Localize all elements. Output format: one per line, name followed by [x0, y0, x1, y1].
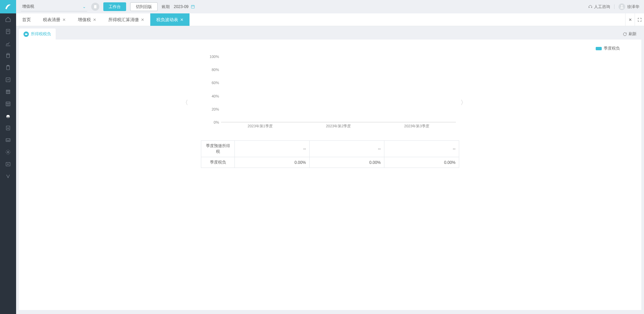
- topbar: 增值税 ⌄ 工作台 切到旧版 账期 2023-09 人工咨询 徐泽华: [16, 0, 644, 13]
- fullscreen-toggle[interactable]: [635, 13, 644, 26]
- nav-doc[interactable]: [0, 25, 16, 38]
- x-category: 2023年第1季度: [221, 124, 299, 130]
- x-category: 2023年第3季度: [378, 124, 456, 130]
- period-value: 2023-09: [174, 4, 189, 9]
- nav-calc[interactable]: [0, 98, 16, 110]
- username: 徐泽华: [627, 4, 639, 10]
- cell: 0.00%: [310, 157, 384, 168]
- chart-next[interactable]: 〉: [461, 99, 467, 107]
- nav-building[interactable]: [0, 86, 16, 98]
- calendar-icon: [191, 4, 195, 9]
- tab-strip: 首页税表清册✕增值税✕所得税汇算清缴✕税负波动表✕ ✕: [16, 13, 644, 26]
- sub-tab-bar: 所得税税负 刷新: [16, 26, 644, 40]
- nav-clipboard[interactable]: [0, 62, 16, 74]
- close-all-tabs[interactable]: ✕: [625, 13, 635, 26]
- tab-所得税汇算清缴[interactable]: 所得税汇算清缴✕: [102, 13, 150, 26]
- nav-chart[interactable]: [0, 38, 16, 50]
- nav-settings[interactable]: [0, 146, 16, 158]
- doc-round-button[interactable]: [91, 3, 99, 11]
- subtab-icon: [23, 32, 29, 37]
- cell: 0.00%: [235, 157, 310, 168]
- row-header: 季度预缴所得税: [201, 141, 235, 157]
- content-area: 所得税税负 刷新 季度税负 0%: [16, 26, 644, 314]
- chevron-down-icon: ⌄: [83, 4, 86, 9]
- table-row: 季度税负0.00%0.00%0.00%: [201, 157, 459, 168]
- tab-close-icon[interactable]: ✕: [180, 17, 183, 22]
- tab-税负波动表[interactable]: 税负波动表✕: [150, 13, 190, 26]
- cell: --: [310, 141, 384, 157]
- nav-v[interactable]: [0, 170, 16, 182]
- nav-inbox[interactable]: [0, 134, 16, 146]
- y-tick: 40%: [201, 94, 219, 98]
- nav-export[interactable]: [0, 122, 16, 134]
- svg-rect-11: [94, 5, 97, 8]
- period-label: 账期: [162, 4, 170, 10]
- y-tick: 60%: [201, 81, 219, 85]
- cell: --: [235, 141, 310, 157]
- tab-首页[interactable]: 首页: [16, 13, 37, 26]
- avatar: [619, 3, 625, 10]
- nav-video[interactable]: [0, 158, 16, 170]
- cell: --: [384, 141, 459, 157]
- legend-swatch: [596, 47, 602, 50]
- svg-rect-1: [7, 55, 10, 58]
- nav-report[interactable]: [0, 74, 16, 86]
- period-picker[interactable]: 2023-09: [174, 4, 195, 9]
- workspace-button[interactable]: 工作台: [103, 2, 126, 11]
- tax-type-selector[interactable]: 增值税 ⌄: [21, 2, 87, 11]
- tax-burden-chart: 0%20%40%60%80%100% 2023年第1季度2023年第2季度202…: [201, 53, 459, 130]
- tab-增值税[interactable]: 增值税✕: [72, 13, 102, 26]
- y-tick: 20%: [201, 107, 219, 111]
- refresh-icon: [623, 32, 627, 37]
- divider: [614, 4, 614, 9]
- nav-tax-icon[interactable]: [0, 110, 16, 122]
- tax-type-value: 增值税: [22, 4, 34, 9]
- headset-icon: [588, 4, 593, 9]
- refresh-button[interactable]: 刷新: [618, 28, 641, 40]
- cell: 0.00%: [384, 157, 459, 168]
- y-tick: 0%: [201, 120, 219, 124]
- y-tick: 80%: [201, 68, 219, 72]
- legend-item[interactable]: 季度税负: [596, 46, 620, 51]
- svg-point-13: [621, 5, 623, 7]
- tab-close-icon[interactable]: ✕: [141, 17, 144, 22]
- tab-税表清册[interactable]: 税表清册✕: [37, 13, 72, 26]
- table-row: 季度预缴所得税------: [201, 141, 459, 157]
- tab-close-icon[interactable]: ✕: [62, 17, 66, 22]
- user-menu[interactable]: 徐泽华: [619, 3, 639, 10]
- x-category: 2023年第2季度: [299, 124, 377, 130]
- tab-close-icon[interactable]: ✕: [93, 17, 96, 22]
- panel: 季度税负 0%20%40%60%80%100% 2023年第1季度2023年第2…: [19, 40, 641, 310]
- consult-link[interactable]: 人工咨询: [588, 4, 610, 10]
- nav-money[interactable]: [0, 50, 16, 62]
- chart-prev[interactable]: 〈: [182, 99, 188, 107]
- svg-rect-5: [6, 90, 10, 94]
- row-header: 季度税负: [201, 157, 235, 168]
- sidebar: [0, 0, 16, 314]
- y-tick: 100%: [201, 55, 219, 59]
- app-logo[interactable]: [0, 0, 16, 13]
- chart-legend: 季度税负: [27, 46, 633, 51]
- svg-rect-6: [6, 102, 10, 106]
- svg-point-9: [7, 151, 9, 153]
- svg-rect-12: [191, 5, 194, 8]
- nav-home[interactable]: [0, 13, 16, 25]
- data-table: 季度预缴所得税------季度税负0.00%0.00%0.00%: [201, 140, 459, 168]
- switch-old-button[interactable]: 切到旧版: [130, 2, 158, 11]
- subtab-income-tax-burden[interactable]: 所得税税负: [19, 28, 56, 40]
- svg-rect-14: [25, 33, 28, 35]
